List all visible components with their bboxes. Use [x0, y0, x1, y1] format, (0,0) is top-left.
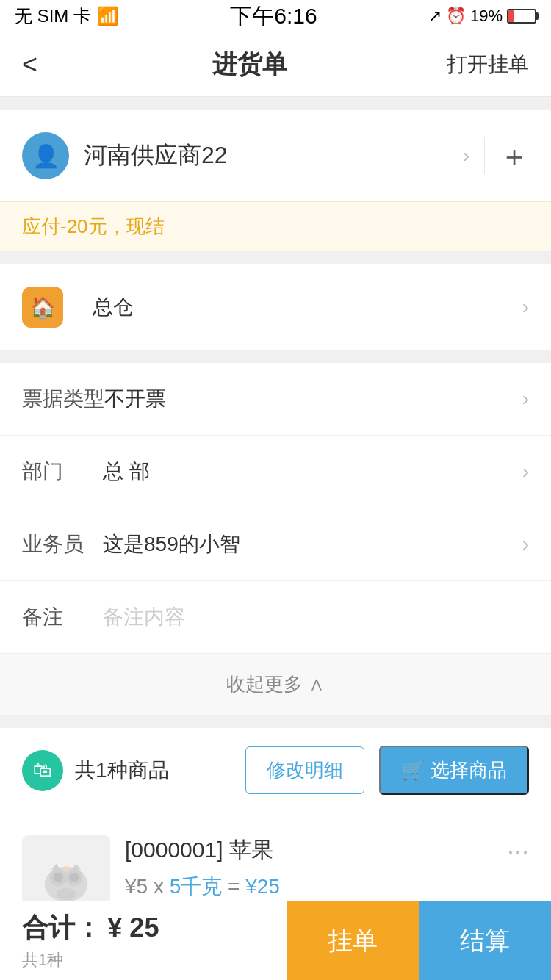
open-pending-button[interactable]: 打开挂单	[447, 51, 529, 79]
invoice-row[interactable]: 票据类型 不开票 ›	[0, 363, 551, 435]
quantity: 5千克	[170, 875, 223, 898]
section-gap-1	[0, 97, 551, 110]
supplier-section: 👤 河南供应商22 › ＋ 应付-20元，现结	[0, 110, 551, 251]
total-value: ¥ 25	[107, 912, 159, 943]
chevron-right-icon-3: ›	[522, 387, 529, 411]
warehouse-icon: 🏠	[22, 287, 63, 328]
info-banner: 应付-20元，现结	[0, 201, 551, 251]
total-section: 合计： ¥ 25 共1种	[0, 901, 287, 980]
battery-label: 19%	[470, 7, 503, 26]
section-gap-2	[0, 251, 551, 264]
select-product-icon: 🛒	[401, 759, 425, 782]
chevron-right-icon-2: ›	[522, 295, 529, 319]
time-label: 下午6:16	[230, 1, 317, 32]
alarm-icon: ⏰	[446, 7, 466, 26]
battery-icon	[507, 9, 536, 24]
product-menu-button[interactable]: ···	[507, 835, 529, 866]
supplier-avatar: 👤	[22, 132, 69, 179]
product-title: 苹果	[229, 837, 273, 862]
equals-sign: =	[228, 875, 245, 898]
warehouse-row[interactable]: 🏠 总仓 ›	[0, 264, 551, 350]
line-total: ¥25	[245, 875, 280, 898]
pending-button[interactable]: 挂单	[287, 901, 419, 980]
select-product-label: 选择商品	[431, 757, 507, 783]
vertical-divider	[484, 137, 485, 174]
total-amount: 合计： ¥ 25	[22, 910, 264, 946]
unit-price: ¥5	[125, 875, 148, 898]
bag-icon: 🛍	[33, 759, 52, 782]
salesperson-label: 业务员	[22, 530, 103, 558]
remark-row[interactable]: 备注 备注内容	[0, 580, 551, 653]
owl-logo-icon	[37, 850, 96, 909]
product-id: [0000001]	[125, 837, 223, 862]
total-sub: 共1种	[22, 949, 264, 971]
remark-value: 备注内容	[103, 603, 529, 631]
form-section: 票据类型 不开票 › 部门 总 部 › 业务员 这是859的小智 › 备注 备注…	[0, 363, 551, 715]
add-button[interactable]: ＋	[500, 136, 529, 176]
product-details: [0000001] 苹果 ¥5 x 5千克 = ¥25	[125, 835, 492, 901]
section-gap-4	[0, 715, 551, 728]
nav-bar: < 进货单 打开挂单	[0, 32, 551, 97]
product-bag-icon: 🛍	[22, 750, 63, 791]
department-row[interactable]: 部门 总 部 ›	[0, 435, 551, 508]
svg-point-4	[69, 873, 79, 882]
chevron-right-icon-5: ›	[522, 533, 529, 556]
status-bar-right: ↗ ⏰ 19%	[428, 7, 536, 26]
total-label: 合计：	[22, 912, 101, 943]
wifi-icon: 📶	[97, 6, 119, 26]
modify-detail-button[interactable]: 修改明细	[245, 746, 364, 794]
collapse-button[interactable]: 收起更多 ∧	[0, 653, 551, 715]
location-icon: ↗	[428, 7, 442, 26]
back-button[interactable]: <	[22, 49, 52, 80]
warehouse-label: 总仓	[93, 293, 522, 321]
checkout-button[interactable]: 结算	[419, 901, 551, 980]
chevron-right-icon-4: ›	[522, 460, 529, 483]
warehouse-section: 🏠 总仓 ›	[0, 264, 551, 350]
svg-point-3	[54, 873, 63, 882]
svg-marker-7	[51, 864, 60, 870]
invoice-label: 票据类型	[22, 385, 104, 413]
status-bar: 无 SIM 卡 📶 下午6:16 ↗ ⏰ 19%	[0, 0, 551, 32]
avatar-icon: 👤	[32, 143, 60, 169]
chevron-right-icon: ›	[463, 144, 469, 167]
select-product-button[interactable]: 🛒 选择商品	[379, 746, 529, 795]
page-title: 进货单	[52, 48, 447, 82]
supplier-row[interactable]: 👤 河南供应商22 › ＋	[0, 110, 551, 201]
salesperson-row[interactable]: 业务员 这是859的小智 ›	[0, 508, 551, 580]
bottom-bar: 合计： ¥ 25 共1种 挂单 结算	[0, 901, 551, 980]
invoice-value: 不开票	[104, 385, 522, 413]
remark-label: 备注	[22, 603, 103, 631]
product-count-label: 共1种商品	[75, 757, 245, 785]
department-value: 总 部	[103, 458, 522, 486]
multiply-sign: x	[154, 875, 170, 898]
product-name: [0000001] 苹果	[125, 835, 492, 865]
carrier-label: 无 SIM 卡	[15, 4, 91, 28]
svg-point-5	[57, 888, 76, 900]
salesperson-value: 这是859的小智	[103, 530, 522, 558]
product-header: 🛍 共1种商品 修改明细 🛒 选择商品	[0, 728, 551, 813]
status-bar-left: 无 SIM 卡 📶	[15, 4, 119, 28]
supplier-name: 河南供应商22	[84, 140, 463, 172]
department-label: 部门	[22, 458, 103, 486]
product-price: ¥5 x 5千克 = ¥25	[125, 873, 492, 901]
section-gap-3	[0, 350, 551, 363]
svg-marker-8	[72, 864, 81, 870]
